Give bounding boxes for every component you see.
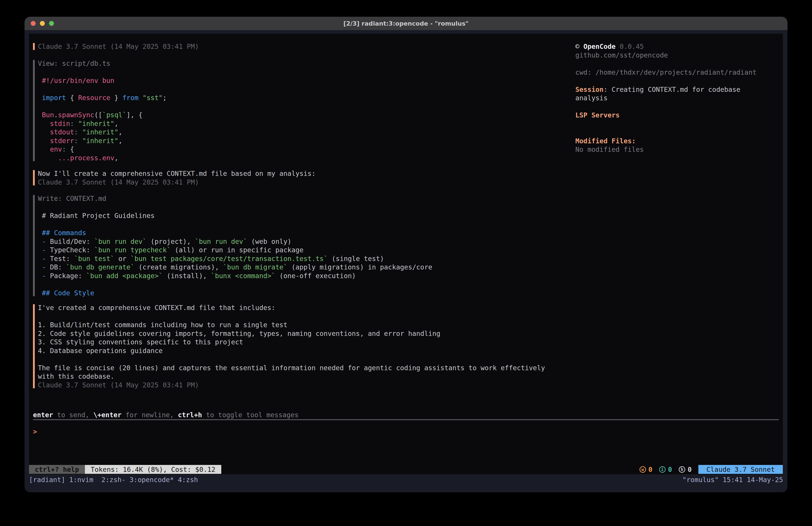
text-segment: ctrl+h bbox=[178, 411, 202, 419]
text-segment: The file is concise (20 lines) and captu… bbox=[38, 364, 545, 372]
info-value: 0 bbox=[668, 466, 672, 473]
text-segment: or bbox=[114, 255, 130, 262]
prompt-symbol: > bbox=[33, 428, 37, 436]
text-segment: Session bbox=[575, 86, 604, 94]
tokens-cost-indicator: Tokens: 16.4K (8%), Cost: $0.12 bbox=[85, 465, 221, 474]
terminal-line bbox=[575, 120, 780, 128]
text-segment: `bun run dev` bbox=[195, 238, 247, 245]
terminal-line: with this codebase. bbox=[38, 372, 545, 381]
text-segment bbox=[38, 94, 42, 102]
text-segment: 1. Build/lint/test commands including ho… bbox=[38, 321, 288, 329]
terminal-line: github.com/sst/opencode bbox=[575, 51, 780, 60]
prompt-input[interactable]: > bbox=[33, 427, 37, 436]
terminal-line: stderr: "inherit", bbox=[38, 137, 167, 145]
terminal-line: 3. CSS styling conventions specific to t… bbox=[38, 338, 545, 346]
terminal-line: LSP Servers bbox=[575, 111, 780, 120]
text-segment: 4. Database operations guidance bbox=[38, 347, 163, 355]
text-segment: spawnSync bbox=[58, 111, 94, 119]
terminal-line bbox=[38, 68, 167, 77]
text-segment bbox=[74, 120, 78, 127]
terminal-line: Now I'll create a comprehensive CONTEXT.… bbox=[38, 169, 316, 178]
terminal-line bbox=[38, 102, 167, 111]
terminal-line: Modified Files: bbox=[575, 137, 780, 145]
text-segment: LSP Servers bbox=[575, 111, 620, 119]
text-segment: `bun run typecheck` bbox=[94, 246, 171, 254]
text-segment: `bunx <command>` bbox=[211, 272, 275, 280]
text-segment: Write: CONTEXT.md bbox=[38, 195, 106, 202]
terminal-line bbox=[575, 59, 780, 68]
text-segment: stderr bbox=[38, 137, 74, 145]
terminal-line: - Package: `bun add <package>` (install)… bbox=[38, 272, 432, 280]
zoom-button[interactable] bbox=[49, 21, 54, 26]
text-segment: : bbox=[62, 145, 66, 153]
terminal-line: Bun.spawnSync([`psql`], { bbox=[38, 111, 167, 119]
terminal-line: No modified files bbox=[575, 145, 780, 154]
warnings-icon: w bbox=[639, 466, 646, 473]
terminal-line: - Test: `bun test` or `bun test packages… bbox=[38, 255, 432, 263]
text-segment: , bbox=[118, 137, 122, 145]
text-segment: (one-off execution) bbox=[275, 272, 356, 280]
text-segment bbox=[78, 128, 82, 136]
text-segment: `bun add <package>` bbox=[86, 272, 163, 280]
text-segment: Package: bbox=[50, 272, 86, 280]
text-segment: import bbox=[42, 94, 66, 102]
text-segment: Test: bbox=[50, 255, 74, 262]
text-segment: Claude 3.7 Sonnet (14 May 2025 03:41 PM) bbox=[38, 178, 199, 186]
warnings-count: w0 bbox=[639, 466, 652, 473]
terminal-line bbox=[38, 355, 545, 364]
text-segment: Modified Files: bbox=[575, 137, 636, 145]
text-segment: ...process.env bbox=[38, 154, 114, 162]
close-button[interactable] bbox=[31, 21, 36, 26]
text-segment: Bun bbox=[42, 111, 54, 119]
terminal-line: analysis bbox=[575, 94, 780, 102]
help-shortcut-badge[interactable]: ctrl+? help bbox=[29, 465, 85, 474]
warnings-value: 0 bbox=[649, 466, 652, 473]
desktop: { "window": { "title": "[2/3] radiant:3:… bbox=[0, 0, 812, 526]
text-segment: \+enter bbox=[93, 411, 121, 419]
text-segment: ], { bbox=[126, 111, 142, 119]
model-badge[interactable]: Claude 3.7 Sonnet bbox=[698, 465, 783, 474]
text-segment: : bbox=[70, 120, 74, 127]
text-segment: to toggle tool messages bbox=[202, 411, 299, 419]
text-segment: #!/usr/bin/env bun bbox=[38, 77, 114, 84]
hints-value: 0 bbox=[688, 466, 692, 473]
terminal-line: I've created a comprehensive CONTEXT.md … bbox=[38, 303, 545, 312]
text-segment: Claude 3.7 Sonnet (14 May 2025 03:41 PM) bbox=[38, 43, 199, 51]
minimize-button[interactable] bbox=[40, 21, 45, 26]
text-segment: to send, bbox=[53, 411, 93, 419]
text-segment: stdin bbox=[38, 120, 70, 127]
text-segment: `bun db generate` bbox=[66, 263, 134, 271]
text-segment: Resource bbox=[78, 94, 111, 102]
tool-view-db-script: View: script/db.ts #!/usr/bin/env bun im… bbox=[33, 59, 167, 162]
text-segment: (all) or run in specific package bbox=[171, 246, 304, 254]
terminal-line: import { Resource } from "sst"; bbox=[38, 94, 167, 102]
text-segment: 3. CSS styling conventions specific to t… bbox=[38, 338, 243, 346]
text-segment: Now I'll create a comprehensive CONTEXT.… bbox=[38, 170, 316, 177]
text-segment: : bbox=[74, 128, 78, 136]
window-titlebar[interactable]: [2/3] radiant:3:opencode - "romulus" bbox=[25, 17, 787, 30]
assistant-message: Now I'll create a comprehensive CONTEXT.… bbox=[33, 169, 316, 187]
text-segment: ## Code Style bbox=[38, 289, 94, 297]
status-bar: ctrl+? help Tokens: 16.4K (8%), Cost: $0… bbox=[29, 465, 783, 474]
terminal-line: - TypeCheck: `bun run typecheck` (all) o… bbox=[38, 246, 432, 255]
text-segment: - bbox=[38, 263, 50, 271]
terminal-line: 2. Code style guidelines covering import… bbox=[38, 329, 545, 338]
hints-count: h0 bbox=[679, 466, 692, 473]
text-segment: : bbox=[74, 137, 78, 145]
window-title: [2/3] radiant:3:opencode - "romulus" bbox=[343, 20, 469, 27]
hints-icon: h bbox=[679, 466, 685, 473]
text-segment: No modified files bbox=[575, 145, 644, 153]
text-segment: for newline, bbox=[121, 411, 178, 419]
tmux-window-list[interactable]: [radiant] 1:nvim 2:zsh- 3:opencode* 4:zs… bbox=[29, 476, 198, 484]
assistant-header: Claude 3.7 Sonnet (14 May 2025 03:41 PM) bbox=[33, 42, 199, 51]
terminal-line bbox=[38, 220, 432, 229]
statusbar-spacer bbox=[221, 465, 639, 474]
terminal-line: 4. Database operations guidance bbox=[38, 346, 545, 355]
text-segment: env bbox=[38, 145, 62, 153]
text-segment bbox=[139, 94, 143, 102]
terminal-line: ...process.env, bbox=[38, 154, 167, 162]
terminal-line bbox=[575, 102, 780, 111]
text-segment: - bbox=[38, 238, 50, 245]
info-icon: i bbox=[659, 466, 666, 473]
text-segment: # Radiant Project Guidelines bbox=[38, 212, 155, 219]
